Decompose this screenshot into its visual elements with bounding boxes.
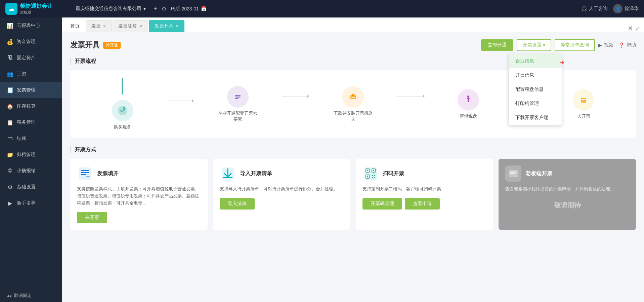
sidebar-item-gudingzichan[interactable]: 🏗 固定资产 <box>0 50 62 66</box>
archive-icon: 🗃 <box>7 135 13 142</box>
consulting-button[interactable]: 🎧 人工咨询 <box>581 6 608 12</box>
sidebar-item-shuiwu[interactable]: 📋 税务管理 <box>0 114 62 130</box>
top-bar-actions: 🎧 人工咨询 👤 徐泽华 <box>581 4 639 13</box>
add-company-icon[interactable]: + <box>154 5 158 12</box>
svg-rect-32 <box>367 176 368 177</box>
page-content: 发票开具 待开通 立即开通 开票设置 ▾ 异常清单查询 ▶ 视频 <box>62 32 644 302</box>
svg-point-11 <box>353 97 355 98</box>
sidebar-bottom-label: 取消固定 <box>14 293 32 299</box>
tab-invoice-open[interactable]: 发票开具 ✕ <box>149 20 184 32</box>
sidebar-item-kucun[interactable]: 🏠 库存核算 <box>0 98 62 114</box>
sidebar-item-xinshou[interactable]: ▶ 新手引导 <box>0 195 62 211</box>
method-card-import: 导入开票清单 支持导入待开票清单，可对待开票清单进行拆分、合并处理。 导入清单 <box>213 159 350 230</box>
chevron-down-icon: ▾ <box>143 6 146 11</box>
tab-invoice[interactable]: 发票 ✕ <box>86 20 112 32</box>
consulting-label: 人工咨询 <box>589 6 608 12</box>
import-invoice-button[interactable]: 导入清单 <box>220 198 255 210</box>
sidebar-item-jichushezhi[interactable]: ⚙ 基础设置 <box>0 179 62 195</box>
svg-rect-22 <box>81 174 86 175</box>
dropdown-item-kaipiao[interactable]: 开票信息 <box>509 68 562 82</box>
period-label: 账期 <box>170 6 180 12</box>
chevron-settings-icon: ▾ <box>543 42 545 48</box>
video-label: 视频 <box>604 42 613 48</box>
sidebar-item-zijin[interactable]: 💰 资金管理 <box>0 34 62 50</box>
flow-step-label-2: 企业开通配置开票六要素 <box>218 110 258 122</box>
svg-rect-6 <box>235 98 239 99</box>
tab-bar-close-icon[interactable]: ✕ <box>628 25 633 32</box>
svg-rect-18 <box>582 101 584 101</box>
gear-icon[interactable]: ⚙ <box>162 6 166 12</box>
activate-button[interactable]: 立即开通 <box>481 39 513 51</box>
overlay-text: 敬请期待 <box>554 201 581 210</box>
method-card-fill-desc: 支持按照发票样式手工填开发票；可开具增值税电子普通发票、增值税普通发票、增值税专… <box>77 186 201 206</box>
fill-invoice-button[interactable]: 去开票 <box>77 212 107 223</box>
flow-step-icon-3 <box>342 86 364 108</box>
flow-step-icon-2 <box>227 86 249 108</box>
dropdown-label-xiazai: 下载开票客户端 <box>515 115 548 120</box>
fill-icon <box>77 165 93 182</box>
tab-invoice-open-close[interactable]: ✕ <box>175 24 179 29</box>
dropdown-item-qiye[interactable]: 企业信息 ➜ <box>509 54 562 68</box>
play-icon: ▶ <box>7 200 13 206</box>
dropdown-item-peizhi[interactable]: 配置税盘信息 <box>509 82 562 97</box>
exception-button[interactable]: 异常清单查询 <box>555 39 595 51</box>
import-icon <box>220 165 236 182</box>
company-selector[interactable]: 重庆畅捷交通信息咨询有限公司 ▾ <box>72 4 150 14</box>
cloud-icon: ☁ <box>8 5 14 12</box>
sidebar-item-jiezhang[interactable]: 🗃 结账 <box>0 130 62 147</box>
boss-icon <box>505 165 521 182</box>
method-card-fill: 发票填开 支持按照发票样式手工填开发票；可开具增值税电子普通发票、增值税普通发票… <box>70 159 208 230</box>
sidebar-item-xiaochang[interactable]: © 小畅报销 <box>0 163 62 179</box>
sidebar-unpin-button[interactable]: ◂◂ 取消固定 <box>0 289 62 302</box>
tab-invoice-calc-close[interactable]: ✕ <box>139 24 142 29</box>
sidebar-item-yunbao[interactable]: 📊 云报表中心 <box>0 17 62 34</box>
play-circle-icon: ▶ <box>598 42 602 48</box>
page-header: 发票开具 待开通 立即开通 开票设置 ▾ 异常清单查询 ▶ 视频 <box>70 39 636 51</box>
dropdown-item-xiazai[interactable]: 下载开票客户端 <box>509 111 562 125</box>
sidebar-item-gongzi[interactable]: 👥 工资 <box>0 66 62 82</box>
tab-invoice-calc[interactable]: 发票测算 ✕ <box>113 20 148 32</box>
period-value: 2023-01 <box>182 6 199 11</box>
sidebar-item-fapiao[interactable]: 🧾 发票管理 <box>0 82 62 98</box>
tab-bar-expand-icon[interactable]: ⤢ <box>636 25 640 32</box>
svg-text:+: + <box>123 107 124 110</box>
method-card-import-title: 导入开票清单 <box>240 170 272 177</box>
view-apply-button[interactable]: 查看申请 <box>405 198 440 210</box>
user-profile[interactable]: 👤 徐泽华 <box>613 4 639 13</box>
settings-icon: ⚙ <box>7 184 13 190</box>
qrcode-manage-button[interactable]: 开票码管理 <box>362 198 402 210</box>
method-card-boss: 老板端开票 查看老板端小程序提交的开票申请，并作出相应的处理。 敬请期待 <box>499 159 636 230</box>
flow-step-2: 企业开通配置开票六要素 <box>194 86 282 122</box>
svg-rect-17 <box>582 99 586 100</box>
sidebar-item-guidang[interactable]: 📁 归档管理 <box>0 147 62 163</box>
flow-step-label-1: 购买服务 <box>114 124 131 130</box>
flow-step-label-5: 去开票 <box>577 113 590 119</box>
warehouse-icon: 🏠 <box>7 103 13 110</box>
settings-dropdown: 企业信息 ➜ 开票信息 配置税盘信息 打印机管理 <box>508 54 562 125</box>
tab-home[interactable]: 首页 <box>65 21 85 32</box>
svg-rect-25 <box>223 177 232 178</box>
logo-info: 畅捷通好会计 旗舰版 <box>20 3 52 15</box>
method-card-boss-header: 老板端开票 <box>505 165 629 182</box>
help-button[interactable]: ▶ 视频 | ❓ 帮助 <box>598 42 636 48</box>
svg-rect-19 <box>79 167 91 180</box>
svg-point-10 <box>351 97 353 98</box>
status-badge: 待开通 <box>103 42 121 49</box>
flow-step-icon-5 <box>573 89 594 111</box>
top-bar: ☁ 畅捷通好会计 旗舰版 重庆畅捷交通信息咨询有限公司 ▾ + ⚙ 账期 202… <box>0 0 644 17</box>
company-name: 重庆畅捷交通信息咨询有限公司 <box>76 6 141 12</box>
svg-rect-38 <box>510 172 517 173</box>
dropdown-item-dayinji[interactable]: 打印机管理 <box>509 97 562 111</box>
svg-rect-35 <box>372 177 373 178</box>
svg-rect-34 <box>374 175 375 176</box>
tab-invoice-close[interactable]: ✕ <box>103 24 106 29</box>
svg-rect-31 <box>373 170 374 171</box>
red-arrow-icon: ➜ <box>559 59 564 66</box>
settings-button[interactable]: 开票设置 ▾ <box>517 39 551 51</box>
calendar-icon[interactable]: 📅 <box>201 6 207 11</box>
flow-connector-2 <box>282 96 309 97</box>
sidebar-label-shuiwu: 税务管理 <box>17 119 36 125</box>
logo-area: ☁ 畅捷通好会计 旗舰版 <box>5 3 68 15</box>
method-card-import-desc: 支持导入待开票清单，可对待开票清单进行拆分、合并处理。 <box>220 186 344 193</box>
method-card-fill-title: 发票填开 <box>97 170 119 177</box>
